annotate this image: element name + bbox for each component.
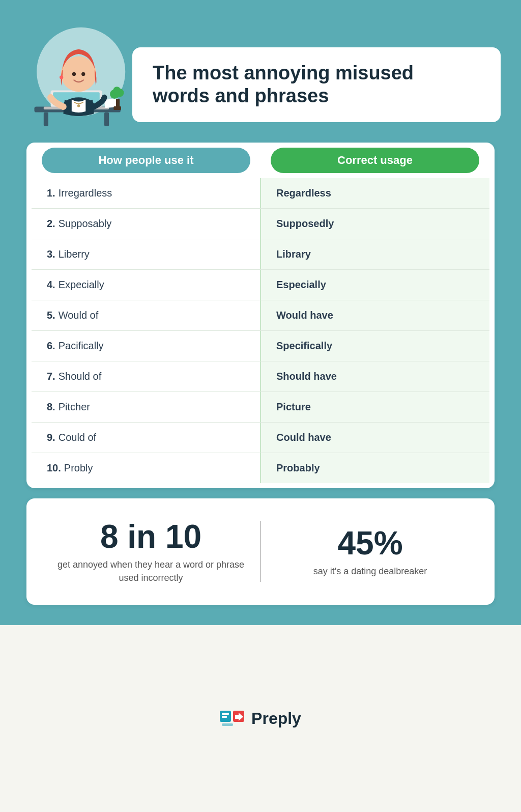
cell-correct-5: Specifically <box>261 331 489 361</box>
correct-header-label: Correct usage <box>337 154 413 166</box>
row-number-3: 4. <box>47 279 55 291</box>
stat2-number: 45% <box>276 525 464 561</box>
preply-logo-icon <box>220 706 245 731</box>
wrong-word-3: Expecially <box>59 279 104 291</box>
wrong-word-2: Liberry <box>59 248 90 260</box>
cell-wrong-9: 10. Probly <box>32 453 261 483</box>
svg-rect-24 <box>222 723 233 726</box>
cell-correct-3: Especially <box>261 270 489 300</box>
svg-point-11 <box>113 87 121 94</box>
svg-point-16 <box>72 72 76 76</box>
row-number-5: 6. <box>47 340 55 352</box>
wrong-header-badge: How people use it <box>42 148 250 173</box>
wrong-word-4: Would of <box>59 310 99 321</box>
row-number-0: 1. <box>47 187 55 199</box>
wrong-word-5: Pacifically <box>59 340 104 352</box>
table-row: 4. Expecially Especially <box>32 269 489 300</box>
svg-rect-21 <box>222 716 227 718</box>
footer-section: Preply <box>0 625 521 812</box>
row-number-1: 2. <box>47 218 55 230</box>
cell-correct-6: Should have <box>261 361 489 391</box>
stat1-desc: get annoyed when they hear a word or phr… <box>57 558 245 584</box>
svg-point-15 <box>61 57 97 92</box>
table-row: 10. Probly Probably <box>32 453 489 483</box>
table-body: 1. Irregardless Regardless 2. Supposably… <box>26 178 495 488</box>
cell-wrong-3: 4. Expecially <box>32 270 261 300</box>
cell-correct-4: Would have <box>261 300 489 330</box>
table-row: 2. Supposably Supposedly <box>32 208 489 239</box>
cell-wrong-2: 3. Liberry <box>32 239 261 269</box>
table-row: 8. Pitcher Picture <box>32 391 489 422</box>
table-row: 3. Liberry Library <box>32 239 489 269</box>
cell-wrong-1: 2. Supposably <box>32 209 261 239</box>
svg-rect-3 <box>104 113 109 127</box>
stat1-number: 8 in 10 <box>57 519 245 554</box>
stats-card: 8 in 10 get annoyed when they hear a wor… <box>26 498 495 605</box>
correct-word-4: Would have <box>276 310 333 321</box>
correct-word-8: Could have <box>276 432 331 443</box>
svg-point-17 <box>81 72 85 76</box>
header-section: The most annoying misused words and phra… <box>0 0 521 132</box>
correct-header-badge: Correct usage <box>271 148 479 173</box>
svg-rect-2 <box>44 113 48 127</box>
row-number-8: 9. <box>47 432 55 443</box>
wrong-word-7: Pitcher <box>59 401 90 413</box>
table-row: 5. Would of Would have <box>32 300 489 330</box>
table-headers: How people use it Correct usage <box>26 143 495 178</box>
cell-correct-9: Probably <box>261 453 489 483</box>
svg-rect-12 <box>113 106 121 110</box>
logo-text: Preply <box>251 709 301 728</box>
table-card: How people use it Correct usage 1. Irreg… <box>26 143 495 488</box>
wrong-word-6: Should of <box>59 371 102 382</box>
cell-correct-8: Could have <box>261 423 489 453</box>
row-number-7: 8. <box>47 401 55 413</box>
cell-correct-0: Regardless <box>261 178 489 208</box>
title-box: The most annoying misused words and phra… <box>132 47 501 122</box>
svg-point-14 <box>77 104 80 107</box>
table-row: 6. Pacifically Specifically <box>32 330 489 361</box>
correct-word-9: Probably <box>276 462 320 474</box>
correct-word-7: Picture <box>276 401 311 413</box>
table-row: 1. Irregardless Regardless <box>32 178 489 208</box>
stat2-desc: say it's a dating dealbreaker <box>276 565 464 578</box>
wrong-header-label: How people use it <box>98 154 193 166</box>
col-correct-header: Correct usage <box>260 143 489 178</box>
logo-area: Preply <box>220 706 301 731</box>
row-number-9: 10. <box>47 462 61 474</box>
cell-correct-2: Library <box>261 239 489 269</box>
table-row: 7. Should of Should have <box>32 361 489 391</box>
wrong-word-8: Could of <box>59 432 97 443</box>
cell-wrong-4: 5. Would of <box>32 300 261 330</box>
stat-block-2: 45% say it's a dating dealbreaker <box>261 525 479 578</box>
correct-word-2: Library <box>276 248 311 260</box>
cell-correct-7: Picture <box>261 392 489 422</box>
main-title: The most annoying misused words and phra… <box>153 62 480 108</box>
svg-rect-8 <box>116 99 120 107</box>
table-row: 9. Could of Could have <box>32 422 489 453</box>
row-number-4: 5. <box>47 310 55 321</box>
main-content: How people use it Correct usage 1. Irreg… <box>26 143 495 615</box>
cell-wrong-0: 1. Irregardless <box>32 178 261 208</box>
svg-rect-20 <box>222 713 229 715</box>
wrong-word-9: Probly <box>64 462 93 474</box>
cell-correct-1: Supposedly <box>261 209 489 239</box>
cell-wrong-7: 8. Pitcher <box>32 392 261 422</box>
correct-word-5: Specifically <box>276 340 332 352</box>
correct-word-0: Regardless <box>276 187 331 199</box>
cell-wrong-6: 7. Should of <box>32 361 261 391</box>
col-wrong-header: How people use it <box>32 143 260 178</box>
correct-word-1: Supposedly <box>276 218 334 230</box>
svg-point-18 <box>60 75 63 79</box>
correct-word-6: Should have <box>276 371 337 382</box>
row-number-2: 3. <box>47 248 55 260</box>
cell-wrong-8: 9. Could of <box>32 423 261 453</box>
wrong-word-1: Supposably <box>59 218 112 230</box>
cell-wrong-5: 6. Pacifically <box>32 331 261 361</box>
wrong-word-0: Irregardless <box>59 187 112 199</box>
stat-block-1: 8 in 10 get annoyed when they hear a wor… <box>42 519 260 584</box>
correct-word-3: Especially <box>276 279 326 291</box>
header-illustration <box>20 20 132 132</box>
row-number-6: 7. <box>47 371 55 382</box>
